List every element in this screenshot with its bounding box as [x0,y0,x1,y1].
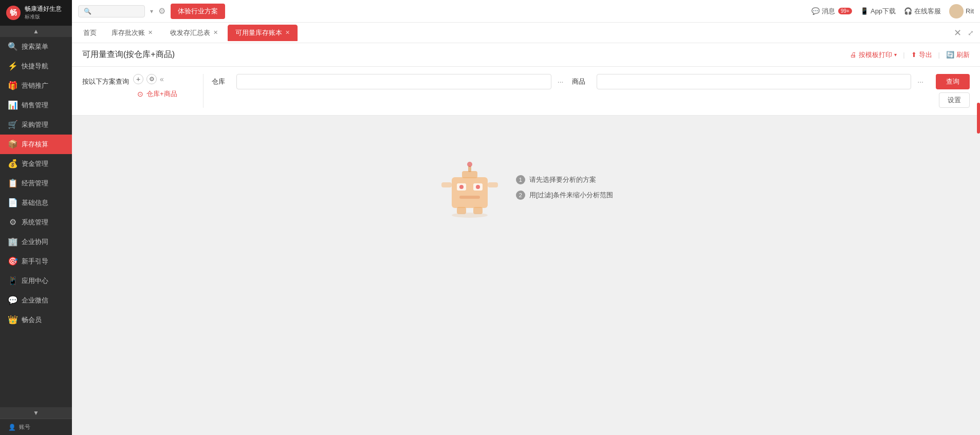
sidebar-item-wechat[interactable]: 💬 企业微信 [0,291,72,310]
svg-rect-6 [462,171,477,178]
tab-available[interactable]: 可用量库存账本 ✕ [228,25,298,41]
tab-summary-label: 收发存汇总表 [170,28,210,37]
sidebar-item-marketing[interactable]: 🎁 营销推广 [0,76,72,96]
service-icon: 🎧 [904,7,912,15]
refresh-icon: 🔄 [946,51,954,59]
warehouse-more-icon[interactable]: ··· [556,78,566,86]
goods-more-icon[interactable]: ··· [915,78,926,86]
topbar-service-item[interactable]: 🎧 在线客服 [904,7,941,16]
filter-label: 按以下方案查询 [82,74,129,86]
sidebar-item-member[interactable]: 👑 畅会员 [0,310,72,330]
sidebar-bottom-icon: 👤 [8,424,16,431]
filter-scheme-item[interactable]: ⊙ 仓库+商品 [133,87,195,101]
svg-rect-10 [488,182,498,187]
filter-scheme-actions: + ⚙ « [133,74,195,84]
page-title: 可用量查询(按仓库+商品) [82,49,175,60]
filter-add-button[interactable]: + [133,74,143,84]
tabbar-close-button[interactable]: ✕ [952,27,964,39]
tabbar: 首页 库存批次账 ✕ 收发存汇总表 ✕ 可用量库存账本 ✕ ✕ ⤢ [72,23,980,43]
tab-home[interactable]: 首页 [78,25,102,41]
sidebar-item-newbie[interactable]: 🎯 新手引导 [0,252,72,271]
print-icon: 🖨 [850,51,857,59]
warehouse-input[interactable] [236,74,551,89]
goods-input[interactable] [597,74,912,89]
sidebar-item-system[interactable]: ⚙ 系统管理 [0,213,72,232]
sidebar-nav: 🔍 搜索菜单 ⚡ 快捷导航 🎁 营销推广 📊 销售管理 🛒 采购管理 📦 库存核… [0,37,72,407]
sidebar-bottom: 👤 账号 [0,419,72,435]
purchase-icon: 🛒 [8,120,17,129]
sidebar-item-quicknav[interactable]: ⚡ 快捷导航 [0,56,72,76]
tab-batch-close[interactable]: ✕ [148,29,153,36]
tab-summary-close[interactable]: ✕ [213,29,218,36]
empty-state: 1 请先选择要分析的方案 2 用[过滤]条件来缩小分析范围 [72,116,980,259]
sales-icon: 📊 [8,101,17,110]
tip-num-2: 2 [516,191,525,200]
settings-button[interactable]: 设置 [939,92,970,108]
template-print-button[interactable]: 🖨 按模板打印 ▾ [850,50,897,60]
sidebar-scroll-down[interactable]: ▼ [0,407,72,419]
app-download-icon: 📱 [860,7,868,15]
quicknav-icon: ⚡ [8,62,17,71]
export-button[interactable]: ⬆ 导出 [911,50,932,60]
right-scrollbar-thumb[interactable] [977,103,980,134]
tab-summary[interactable]: 收发存汇总表 ✕ [162,25,226,41]
sidebar-item-finance[interactable]: 💰 资金管理 [0,154,72,174]
topbar-message-item[interactable]: 💬 消息 99+ [811,7,852,16]
sidebar-item-basic[interactable]: 📄 基础信息 [0,193,72,213]
sidebar-item-purchase[interactable]: 🛒 采购管理 [0,115,72,135]
sidebar-item-operation[interactable]: 📋 经营管理 [0,174,72,193]
sidebar-scroll-up[interactable]: ▲ [0,26,72,37]
search-input[interactable] [94,8,140,15]
goods-label: 商品 [572,77,593,86]
svg-point-13 [452,213,488,218]
logo-text: 畅康通好生意 [25,5,62,13]
filter-fields: 仓库 ··· 商品 ··· [212,74,926,89]
tabbar-expand-button[interactable]: ⤢ [968,29,974,37]
query-button[interactable]: 查询 [936,74,970,89]
refresh-button[interactable]: 🔄 刷新 [946,50,970,60]
tip-text-1: 请先选择要分析的方案 [529,175,596,184]
message-icon: 💬 [811,7,820,15]
tip-text-2: 用[过滤]条件来缩小分析范围 [529,191,613,200]
topbar: 🔍 ▾ ⚙ 体验行业方案 💬 消息 99+ 📱 App下载 🎧 在线客服 Rit [72,0,980,23]
industry-solution-button[interactable]: 体验行业方案 [171,4,225,19]
message-badge: 99+ [838,8,852,14]
sidebar-item-appcenter[interactable]: 📱 应用中心 [0,271,72,291]
page-content: 可用量查询(按仓库+商品) 🖨 按模板打印 ▾ | ⬆ 导出 | 🔄 刷新 [72,43,980,435]
sidebar-item-inventory[interactable]: 📦 库存核算 [0,135,72,154]
right-scrollbar[interactable] [977,103,980,435]
svg-point-4 [476,185,480,189]
basic-icon: 📄 [8,198,17,207]
svg-rect-5 [459,196,480,199]
refresh-label: 刷新 [956,50,970,60]
scheme-icon: ⊙ [137,90,143,98]
topbar-search-box[interactable]: 🔍 [78,5,145,17]
filter-actions-right: 查询 设置 [936,74,970,108]
topbar-appdownload-item[interactable]: 📱 App下载 [860,7,896,16]
topbar-gear-icon[interactable]: ⚙ [158,6,165,16]
sidebar-item-search[interactable]: 🔍 搜索菜单 [0,37,72,56]
avatar [949,4,964,18]
divider: | [903,51,904,59]
sidebar-item-enterprise[interactable]: 🏢 企业协同 [0,232,72,252]
tab-batch[interactable]: 库存批次账 ✕ [104,25,160,41]
filter-setting-button[interactable]: ⚙ [146,74,157,84]
topbar-search-icon: 🔍 [84,8,91,15]
svg-rect-0 [452,177,488,208]
sidebar-item-sales[interactable]: 📊 销售管理 [0,96,72,115]
logo-sub: 标准版 [25,13,62,21]
user-name-label: Rit [966,7,974,15]
app-download-label: App下载 [871,7,896,16]
empty-tips: 1 请先选择要分析的方案 2 用[过滤]条件来缩小分析范围 [516,175,613,200]
empty-illustration [439,157,501,218]
finance-icon: 💰 [8,159,17,168]
appcenter-icon: 📱 [8,276,17,286]
tab-available-close[interactable]: ✕ [285,29,290,36]
topbar-user-item[interactable]: Rit [949,4,974,18]
main-area: 🔍 ▾ ⚙ 体验行业方案 💬 消息 99+ 📱 App下载 🎧 在线客服 Rit [72,0,980,435]
member-icon: 👑 [8,315,17,325]
warehouse-label: 仓库 [212,77,232,86]
filter-divider [203,74,204,108]
filter-collapse-button[interactable]: « [160,75,164,83]
topbar-chevron-icon[interactable]: ▾ [150,8,153,15]
